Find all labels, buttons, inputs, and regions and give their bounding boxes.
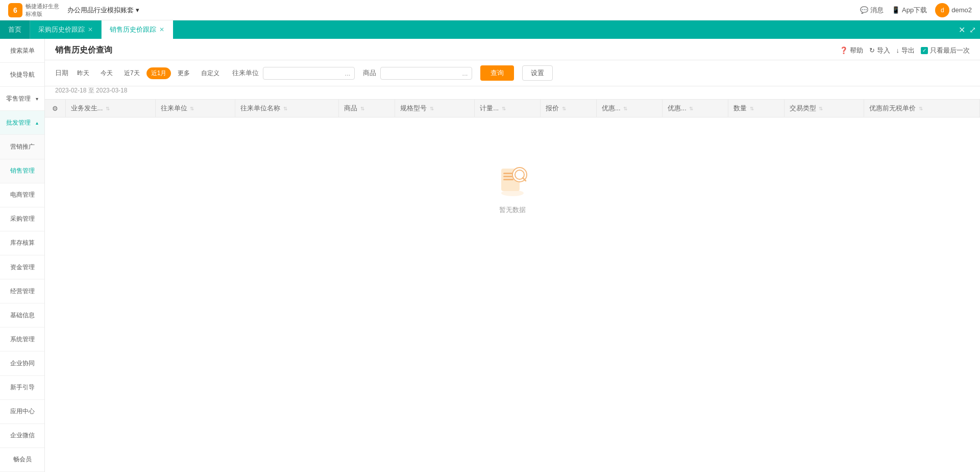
sidebar: 搜索菜单 快捷导航 零售管理 ▾ 批发管理 ▴ 营销推广 销售管理 电商管理 采… (0, 39, 45, 472)
tab-purchase-close[interactable]: ✕ (88, 26, 93, 33)
sort-qty-icon[interactable]: ⇅ (750, 106, 754, 111)
sort-goods-icon[interactable]: ⇅ (360, 106, 364, 111)
setting-button[interactable]: 设置 (522, 65, 553, 81)
goods-input-trigger[interactable]: ... (462, 69, 468, 77)
chevron-down-icon: ▾ (36, 96, 38, 102)
date-label: 日期 (55, 68, 68, 78)
sort-partner-icon[interactable]: ⇅ (190, 106, 194, 111)
query-button[interactable]: 查询 (480, 65, 514, 81)
sidebar-item-ecommerce[interactable]: 电商管理 (0, 183, 44, 207)
date-range-text: 2023-02-18 至 2023-03-18 (55, 87, 127, 94)
checkbox-icon: ✓ (921, 47, 928, 54)
user-action[interactable]: d demo2 (935, 3, 972, 17)
sort-discount2-icon[interactable]: ⇅ (689, 106, 693, 111)
message-icon: 💬 (860, 6, 868, 14)
tab-close-all-btn[interactable]: ✕ (959, 25, 965, 35)
logo-icon: 6 (8, 3, 22, 17)
sort-discount1-icon[interactable]: ⇅ (623, 106, 627, 111)
sort-price-icon[interactable]: ⇅ (562, 106, 566, 111)
sidebar-item-operations[interactable]: 经营管理 (0, 279, 44, 303)
tab-home[interactable]: 首页 (0, 20, 30, 39)
message-action[interactable]: 💬 消息 (860, 6, 884, 15)
sidebar-item-wholesale[interactable]: 批发管理 ▴ (0, 111, 44, 135)
sidebar-item-wechat[interactable]: 企业微信 (0, 424, 44, 448)
sidebar-item-collab[interactable]: 企业协同 (0, 351, 44, 375)
empty-state: 暂无数据 (45, 117, 980, 255)
date-pill-custom[interactable]: 自定义 (197, 67, 224, 79)
date-pill-7days[interactable]: 近7天 (119, 67, 144, 79)
col-biz-date: 业务发生... ⇅ (65, 100, 155, 117)
sidebar-item-sales-mgmt[interactable]: 销售管理 (0, 159, 44, 183)
sidebar-item-finance[interactable]: 资金管理 (0, 255, 44, 279)
logo-area: 6 畅捷通好生意 标准版 (8, 3, 59, 17)
chevron-up-icon: ▴ (36, 120, 38, 126)
tab-purchase[interactable]: 采购历史价跟踪 ✕ (30, 20, 102, 39)
tab-expand-btn[interactable]: ⤢ (969, 25, 976, 35)
goods-filter-group: 商品 ... (363, 67, 472, 80)
col-goods: 商品 ⇅ (339, 100, 395, 117)
sidebar-item-apps[interactable]: 应用中心 (0, 400, 44, 424)
empty-text: 暂无数据 (499, 205, 526, 215)
date-pill-1month[interactable]: 近1月 (146, 67, 172, 79)
tab-sales[interactable]: 销售历史价跟踪 ✕ (102, 20, 173, 39)
col-qty: 数量 ⇅ (728, 100, 784, 117)
date-pill-yesterday[interactable]: 昨天 (72, 67, 94, 79)
sidebar-item-member[interactable]: 畅会员 (0, 448, 44, 472)
download-icon: 📱 (892, 6, 900, 14)
settings-icon[interactable]: ⚙ (52, 105, 58, 112)
sort-partner-name-icon[interactable]: ⇅ (283, 106, 287, 111)
app-selector[interactable]: 办公用品行业模拟账套 ▾ (63, 4, 143, 17)
table-header-row: ⚙ 业务发生... ⇅ 往来单位 ⇅ 往来单位名称 ⇅ (45, 100, 980, 117)
svg-rect-4 (503, 179, 513, 180)
export-icon: ↓ (896, 46, 900, 54)
avatar: d (935, 3, 949, 17)
sidebar-item-marketing[interactable]: 营销推广 (0, 135, 44, 159)
partner-input-trigger[interactable]: ... (345, 69, 351, 77)
sort-spec-icon[interactable]: ⇅ (430, 106, 434, 111)
sort-biz-date-icon[interactable]: ⇅ (106, 106, 110, 111)
col-unit: 计量... ⇅ (475, 100, 541, 117)
last-only-checkbox[interactable]: ✓ 只看最后一次 (921, 46, 970, 55)
col-settings: ⚙ (45, 100, 65, 117)
sort-trade-type-icon[interactable]: ⇅ (819, 106, 823, 111)
date-pill-more[interactable]: 更多 (173, 67, 194, 79)
filter-bar: 日期 昨天 今天 近7天 近1月 更多 自定义 往来单位 ... 商品 (45, 60, 980, 86)
download-action[interactable]: 📱 App下载 (892, 6, 927, 15)
import-action[interactable]: ↻ 导入 (869, 46, 890, 55)
sidebar-item-quick[interactable]: 快捷导航 (0, 63, 44, 87)
col-partner-name: 往来单位名称 ⇅ (235, 100, 338, 117)
help-icon: ❓ (840, 46, 848, 54)
tab-bar: 首页 采购历史价跟踪 ✕ 销售历史价跟踪 ✕ ✕ ⤢ (0, 20, 980, 39)
sidebar-item-inventory[interactable]: 库存核算 (0, 231, 44, 255)
sort-unit-icon[interactable]: ⇅ (502, 106, 506, 111)
sidebar-item-system[interactable]: 系统管理 (0, 327, 44, 351)
sort-pretax-price-icon[interactable]: ⇅ (919, 106, 923, 111)
help-action[interactable]: ❓ 帮助 (840, 46, 863, 55)
sidebar-item-guide[interactable]: 新手引导 (0, 376, 44, 400)
goods-label: 商品 (363, 68, 376, 78)
header-right: 💬 消息 📱 App下载 d demo2 (860, 3, 972, 17)
date-pills: 昨天 今天 近7天 近1月 更多 自定义 (72, 67, 224, 79)
goods-input[interactable]: ... (380, 67, 472, 80)
date-pill-today[interactable]: 今天 (96, 67, 117, 79)
tab-sales-close[interactable]: ✕ (159, 26, 164, 33)
sidebar-item-basic[interactable]: 基础信息 (0, 303, 44, 327)
data-table: ⚙ 业务发生... ⇅ 往来单位 ⇅ 往来单位名称 ⇅ (45, 100, 980, 117)
tab-bar-actions: ✕ ⤢ (959, 25, 980, 35)
page-header: 销售历史价查询 ❓ 帮助 ↻ 导入 ↓ 导出 ✓ 只看最后一次 (45, 39, 980, 60)
export-action[interactable]: ↓ 导出 (896, 46, 915, 55)
logo-text: 畅捷通好生意 标准版 (26, 3, 59, 17)
col-trade-type: 交易类型 ⇅ (784, 100, 864, 117)
col-price: 报价 ⇅ (541, 100, 596, 117)
partner-input[interactable]: ... (263, 67, 355, 80)
header-left: 6 畅捷通好生意 标准版 办公用品行业模拟账套 ▾ (8, 3, 143, 17)
sidebar-item-purchase[interactable]: 采购管理 (0, 207, 44, 231)
top-header: 6 畅捷通好生意 标准版 办公用品行业模拟账套 ▾ 💬 消息 📱 App下载 d… (0, 0, 980, 20)
sidebar-item-search[interactable]: 搜索菜单 (0, 39, 44, 63)
date-range-bar: 2023-02-18 至 2023-03-18 (45, 86, 980, 100)
chevron-down-icon: ▾ (136, 6, 139, 14)
import-icon: ↻ (869, 46, 875, 54)
empty-illustration (492, 158, 533, 199)
sidebar-item-retail[interactable]: 零售管理 ▾ (0, 87, 44, 111)
main-layout: 搜索菜单 快捷导航 零售管理 ▾ 批发管理 ▴ 营销推广 销售管理 电商管理 采… (0, 39, 980, 472)
